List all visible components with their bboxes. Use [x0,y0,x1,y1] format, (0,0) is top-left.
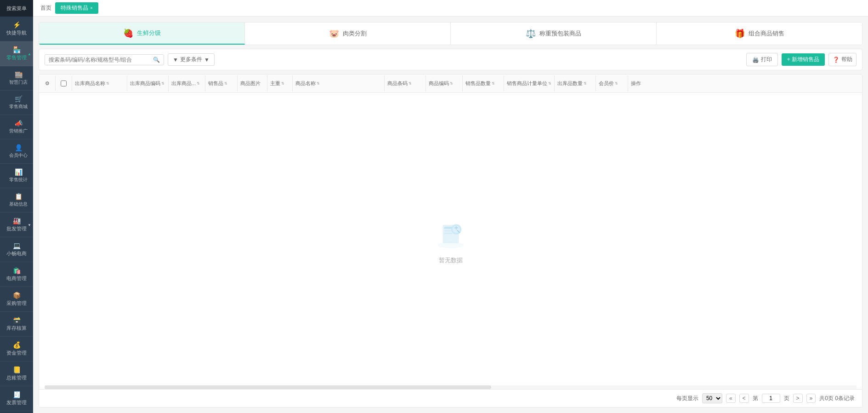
tab-fresh-grade[interactable]: 🍓 生鲜分级 [39,23,245,45]
page-last-button[interactable]: » [806,394,816,403]
topbar: 首页 特殊销售品 × [33,0,868,17]
sort-icon8[interactable]: ⇅ [450,81,453,86]
pagination: 每页显示 50 « < 第 页 > » 共0页 0条记录 [39,389,862,407]
sidebar-item-quick-nav[interactable]: ⚡ 快捷导航 [0,17,33,41]
sidebar-item-retail-stats[interactable]: 📊 零售统计 [0,164,33,188]
sidebar-item-sales-promo[interactable]: 📣 营销推广 [0,115,33,139]
page-suffix: 页 [784,395,789,402]
sidebar-item-member-center[interactable]: 👤 会员中心 [0,139,33,164]
sort-icon4[interactable]: ⇅ [224,81,227,86]
sort-icon6[interactable]: ⇅ [317,81,320,86]
quick-nav-icon: ⚡ [13,21,21,29]
sidebar: 搜索菜单 ⚡ 快捷导航 🏪 零售管理 🏬 智慧门店 🛒 零售商城 📣 营销推广 … [0,0,33,413]
data-table: ⚙ 出库商品名称 ⇅ 出库商品编码 ⇅ 出库商品... ⇅ [39,74,862,407]
sort-icon7[interactable]: ⇅ [408,81,412,86]
topbar-tab-label: 特殊销售品 [61,4,88,12]
sort-icon12[interactable]: ⇅ [615,81,618,86]
wholesale-mgmt-icon: 🏭 [13,217,21,224]
sidebar-logo[interactable]: 搜索菜单 [0,0,33,17]
page-next-button[interactable]: > [793,394,803,403]
empty-text: 暂无数据 [439,256,463,264]
th-member-price: 会员价 ⇅ [596,75,628,92]
sidebar-item-retail-mgmt[interactable]: 🏪 零售管理 [0,41,33,66]
total-label: 共0页 0条记录 [819,395,855,402]
tab-weight-prepack[interactable]: ⚖️ 称重预包装商品 [451,23,657,45]
sort-icon9[interactable]: ⇅ [492,81,495,86]
purchase-mgmt-icon: 📦 [13,292,21,299]
retail-stats-icon: 📊 [15,168,23,176]
sidebar-item-purchase-mgmt[interactable]: 📦 采购管理 [0,287,33,312]
sidebar-item-invoice-mgmt[interactable]: 🧾 发票管理 [0,386,33,411]
sort-icon3[interactable]: ⇅ [197,81,200,86]
toolbar: 🔍 ▼ 更多条件 ▼ 🖨️ 打印 + 新增销售品 ❓ 帮助 [39,49,862,70]
print-button[interactable]: 🖨️ 打印 [746,53,778,66]
th-settings[interactable]: ⚙ [39,76,56,91]
th-product-name: 商品名称 ⇅ [293,75,385,92]
horizontal-scrollbar[interactable] [45,385,857,389]
scrollbar-track [45,385,491,389]
sidebar-item-retail-mall[interactable]: 🛒 零售商城 [0,91,33,115]
sort-icon2[interactable]: ⇅ [161,81,165,86]
th-check[interactable] [56,76,72,91]
page-prev-button[interactable]: < [739,394,749,403]
basic-info-icon: 📋 [15,193,23,200]
th-out-product-name: 出库商品名称 ⇅ [72,75,127,92]
mini-ecom-icon: 💻 [13,242,21,249]
search-icon[interactable]: 🔍 [153,57,160,63]
th-sales-product: 销售品 ⇅ [205,75,238,92]
sidebar-item-wholesale-mgmt[interactable]: 🏭 批发管理 [0,212,33,237]
sidebar-item-basic-info[interactable]: 📋 基础信息 [0,188,33,212]
toolbar-left: 🔍 ▼ 更多条件 ▼ [45,53,215,66]
th-weight: 主重 ⇅ [267,75,293,92]
combo-sales-icon: 🎁 [735,29,745,39]
inventory-icon: 🗃️ [13,316,21,324]
sort-icon10[interactable]: ⇅ [548,81,551,86]
sidebar-item-ecom-mgmt[interactable]: 🛍️ 电商管理 [0,262,33,287]
help-button[interactable]: ❓ 帮助 [828,53,857,66]
sort-icon5[interactable]: ⇅ [281,81,284,86]
tab-pills-row: 🍓 生鲜分级 🐷 肉类分割 ⚖️ 称重预包装商品 🎁 组合商品销售 [39,22,862,45]
per-page-label: 每页显示 [676,395,698,402]
table-header: ⚙ 出库商品名称 ⇅ 出库商品编码 ⇅ 出库商品... ⇅ [39,75,862,93]
svg-rect-4 [444,233,452,234]
search-input[interactable] [49,57,151,63]
main-content: 首页 特殊销售品 × 🍓 生鲜分级 🐷 肉类分割 ⚖️ 称重预包装商品 🎁 组合… [33,0,868,413]
sidebar-item-general-ledger[interactable]: 📒 总账管理 [0,361,33,386]
filter-arrow-icon: ▼ [204,57,210,63]
settings-icon: ⚙ [45,80,50,86]
sales-promo-icon: 📣 [15,120,23,127]
topbar-tab-close[interactable]: × [90,6,93,11]
tab-meat-cut[interactable]: 🐷 肉类分割 [245,23,451,45]
fresh-grade-icon: 🍓 [123,28,133,38]
sidebar-item-finance[interactable]: 💰 资金管理 [0,337,33,361]
select-all-checkbox[interactable] [61,80,67,86]
sidebar-item-smart-store[interactable]: 🏬 智慧门店 [0,66,33,91]
sidebar-item-tax-mgmt[interactable]: 📑 税务管理 [0,411,33,413]
invoice-mgmt-icon: 🧾 [13,391,21,398]
retail-mall-icon: 🛒 [15,95,23,103]
page-label: 第 [753,395,758,402]
sort-icon11[interactable]: ⇅ [584,81,587,86]
page-first-button[interactable]: « [726,394,736,403]
th-product-img: 商品图片 [238,75,267,92]
sidebar-item-inventory[interactable]: 🗃️ 库存核算 [0,312,33,337]
new-product-button[interactable]: + 新增销售品 [782,53,825,66]
topbar-tab-special-sales[interactable]: 特殊销售品 × [55,2,98,14]
per-page-select[interactable]: 50 [702,393,722,403]
th-out-qty: 出库品数量 ⇅ [555,75,596,92]
tab-combo-sales[interactable]: 🎁 组合商品销售 [657,23,862,45]
page-input[interactable] [762,394,780,403]
sort-icon[interactable]: ⇅ [106,81,109,86]
search-box: 🔍 [45,54,164,65]
page-content: 🍓 生鲜分级 🐷 肉类分割 ⚖️ 称重预包装商品 🎁 组合商品销售 🔍 [33,17,868,413]
sidebar-item-mini-ecom[interactable]: 💻 小畅电商 [0,237,33,262]
th-product-num: 商品编码 ⇅ [426,75,463,92]
table-body: 暂无数据 [39,93,862,385]
print-icon: 🖨️ [752,57,759,63]
weight-prepack-icon: ⚖️ [526,29,536,39]
breadcrumb-home[interactable]: 首页 [40,4,51,12]
th-sales-qty: 销售品数量 ⇅ [463,75,504,92]
filter-button[interactable]: ▼ 更多条件 ▼ [168,53,215,66]
toolbar-right: 🖨️ 打印 + 新增销售品 ❓ 帮助 [746,53,857,66]
meat-cut-icon: 🐷 [329,29,339,39]
